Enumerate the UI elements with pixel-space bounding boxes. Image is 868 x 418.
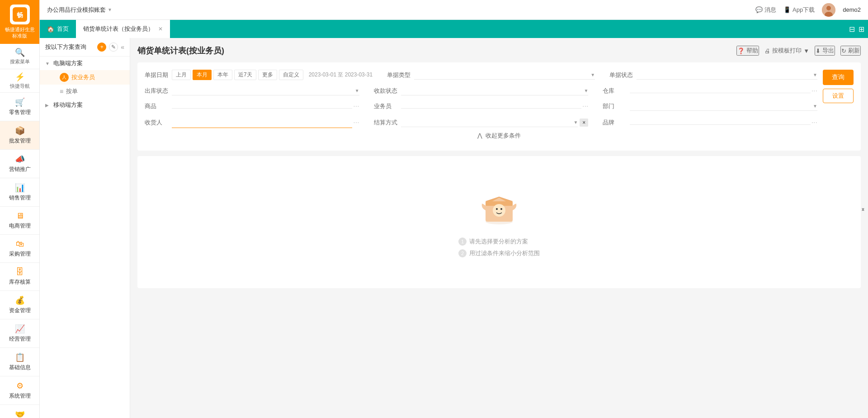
sidebar-item-system[interactable]: ⚙ 系统管理 [0,376,39,405]
quick-nav-item[interactable]: ⚡ 快捷导航 [0,69,39,93]
docstatus-select[interactable]: ▼ [637,71,817,80]
dept-select[interactable]: ▼ [630,102,817,111]
message-label: 消息 [764,6,776,14]
enterprise-icon: 🤝 [15,409,25,418]
tab-close-btn[interactable]: ✕ [158,26,163,32]
paystatus-select[interactable]: ▼ [401,86,589,95]
date-btn-last-month[interactable]: 上月 [172,70,191,80]
active-tab-label: 销货单统计表（按业务员） [83,25,154,33]
filter-consignee-item: 收货人 ··· [145,117,359,128]
date-btn-more[interactable]: 更多 [258,70,277,80]
scheme-panel-collapse-btn[interactable]: « [121,43,124,51]
payment-tag-close[interactable]: × [580,119,588,127]
template-print-btn[interactable]: 🖨 按模板打印 ▼ [764,47,809,55]
warehouse-dots-btn[interactable]: ··· [811,87,817,95]
message-btn[interactable]: 💬 消息 [755,6,776,14]
consignee-input[interactable] [172,117,352,128]
tree-subnode-by-salesman[interactable]: 人 按业务员 [40,70,130,85]
main-area: 办公用品行业模拟账套 ▼ 💬 消息 📱 App下载 demo2 [40,0,868,418]
sidebar-item-ecommerce[interactable]: 🖥 电商管理 [0,207,39,235]
date-btn-7days[interactable]: 近7天 [234,70,256,80]
outstatus-select[interactable]: ▼ [172,86,359,95]
account-name: 办公用品行业模拟账套 [47,6,106,14]
scheme-edit-btn[interactable]: ✎ [109,43,118,52]
tab-minimize-icon[interactable]: ⊟ [849,25,855,33]
content-area: 按以下方案查询 + ✎ « ▼ 电脑端方案 人 按业务员 ≡ 按单 [40,38,868,418]
payment-dropdown-icon: ▼ [573,120,578,125]
sidebar-item-retail[interactable]: 🛒 零售管理 ▼ [0,93,39,121]
sidebar-item-wholesale[interactable]: 📦 批发管理 ▲ [0,121,39,150]
sidebar-item-operations[interactable]: 📈 经营管理 [0,319,39,348]
print-dropdown-icon: ▼ [803,48,809,54]
doctype-select[interactable]: ▼ [414,71,595,80]
hint-text-1: 请先选择要分析的方案 [469,238,528,246]
payment-select[interactable]: ▼ [401,118,578,127]
refresh-btn[interactable]: ↻ 刷新 [840,46,861,56]
app-logo[interactable]: 畅 畅捷通好生意 标准版 [0,0,39,44]
scheme-add-btn[interactable]: + [97,43,106,52]
tab-expand-area: ⊟ ⊞ [849,25,864,33]
filter-salesman-item: 业务员 ··· [374,102,589,110]
date-btn-group: 上月 本月 本年 近7天 更多 自定义 [172,70,303,80]
warehouse-value [630,89,810,93]
app-download-btn[interactable]: 📱 App下载 [783,6,815,14]
date-btn-this-year[interactable]: 本年 [213,70,232,80]
page-title: 销货单统计表(按业务员) [137,45,224,56]
sidebar-item-basic-info[interactable]: 📋 基础信息 [0,348,39,376]
sidebar-item-enterprise[interactable]: 🤝 企业协同 [0,405,39,418]
query-btn[interactable]: 查询 [823,70,854,85]
help-btn[interactable]: ❓ 帮助 [736,46,759,56]
scheme-panel-actions: + ✎ « [97,43,124,52]
tree-node-mobile[interactable]: ▶ 移动端方案 [40,98,130,112]
filter-row-4: 收货人 ··· 结算方式 [145,117,817,128]
brand-dots-btn[interactable]: ··· [811,119,817,127]
home-icon: 🏠 [47,26,54,33]
inventory-icon: 🗄 [16,267,24,277]
left-scheme-panel: 按以下方案查询 + ✎ « ▼ 电脑端方案 人 按业务员 ≡ 按单 [40,38,130,418]
tree-node-desktop-label: 电脑端方案 [53,59,83,67]
tree-subnode-by-order[interactable]: ≡ 按单 [40,85,130,98]
goods-input-wrap: ··· [172,102,359,110]
date-btn-custom[interactable]: 自定义 [279,70,303,80]
salesman-dots-btn[interactable]: ··· [582,102,588,110]
filter-and-actions: 单据日期 上月 本月 本年 近7天 更多 自定义 2023-03-01 至 20… [145,70,854,128]
consignee-label: 收货人 [145,119,168,127]
filter-warehouse-item: 仓库 ··· [603,87,817,95]
tab-fullscreen-icon[interactable]: ⊞ [859,25,864,33]
sidebar-item-purchase[interactable]: 🛍 采购管理 [0,235,39,263]
sidebar-item-inventory[interactable]: 🗄 库存核算 [0,263,39,291]
header-left: 办公用品行业模拟账套 ▼ [47,6,112,14]
account-dropdown[interactable]: 办公用品行业模拟账套 ▼ [47,6,112,14]
help-label: 帮助 [746,47,758,55]
tree-node-desktop[interactable]: ▼ 电脑端方案 [40,57,130,70]
message-icon: 💬 [755,6,763,13]
tree-subnode-salesman-label: 按业务员 [71,73,95,81]
dept-dropdown-icon: ▼ [813,104,817,109]
sales-label: 销售管理 [9,194,31,202]
date-btn-this-month[interactable]: 本月 [193,70,212,80]
search-icon: 🔍 [15,48,25,57]
filter-docstatus-item: 单据状态 ▼ [609,71,817,80]
tab-home[interactable]: 🏠 首页 [40,20,76,38]
page-actions: ❓ 帮助 🖨 按模板打印 ▼ ⬇ 导出 ↻ 刷新 [736,46,861,56]
settings-btn[interactable]: 设置 [823,89,854,103]
marketing-label: 营销推广 [9,166,31,173]
consignee-dots-btn[interactable]: ··· [353,119,359,127]
collapse-more-btn[interactable]: ⋀ 收起更多条件 [145,128,854,143]
template-print-label: 按模板打印 [772,47,802,55]
tab-active[interactable]: 销货单统计表（按业务员） ✕ [76,20,170,38]
sidebar-item-sales[interactable]: 📊 销售管理 [0,178,39,207]
basic-info-icon: 📋 [15,352,25,362]
filter-payment-item: 结算方式 ▼ × [374,118,589,127]
export-btn[interactable]: ⬇ 导出 [815,46,835,56]
search-menu-item[interactable]: 🔍 搜索菜单 [0,44,39,69]
username[interactable]: demo2 [843,6,861,13]
sidebar-item-finance[interactable]: 💰 资金管理 [0,291,39,319]
avatar[interactable] [822,3,835,17]
sidebar-item-marketing[interactable]: 📣 营销推广 [0,150,39,178]
header-right: 💬 消息 📱 App下载 demo2 [755,3,861,17]
date-range-text: 2023-03-01 至 2023-03-31 [309,71,373,79]
goods-dots-btn[interactable]: ··· [353,102,359,110]
scheme-panel-title: 按以下方案查询 [45,43,86,51]
ecommerce-label: 电商管理 [9,222,31,230]
